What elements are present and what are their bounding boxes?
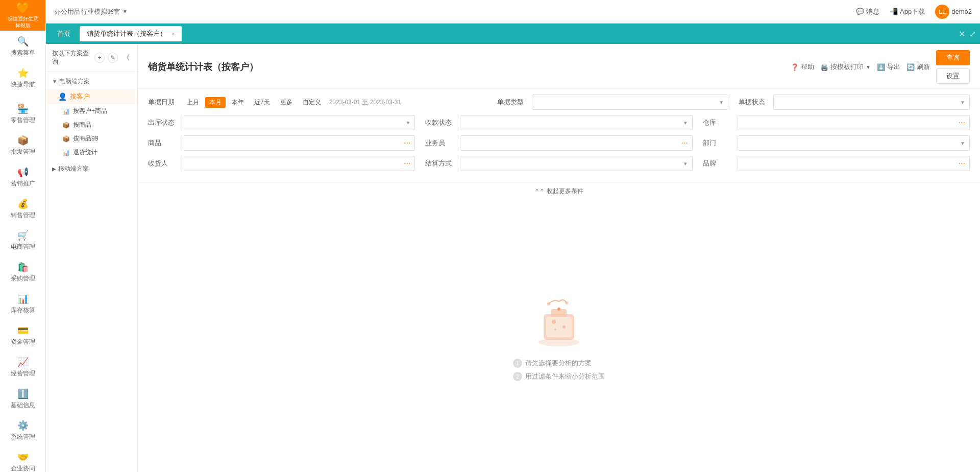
ship-status-select[interactable]: ▼ [183, 115, 415, 130]
sidebar-item-basic[interactable]: ℹ️ 基础信息 [0, 383, 46, 415]
date-tab-this-year[interactable]: 本年 [228, 97, 248, 108]
settlement-select[interactable]: ▼ [460, 156, 692, 171]
sidebar-label-inventory: 库存核算 [11, 306, 35, 314]
sidebar-item-retail[interactable]: 🏪 零售管理 [0, 98, 46, 130]
plan-subitem-customer-product[interactable]: 📊 按客户+商品 [46, 104, 137, 118]
date-tab-7days[interactable]: 近7天 [250, 97, 274, 108]
sidebar-label-wholesale: 批发管理 [11, 148, 35, 155]
order-type-select[interactable]: ▼ [532, 95, 728, 110]
print-button[interactable]: 🖨️ 按模板打印 ▼ [820, 62, 871, 72]
plan-subitem-returns[interactable]: 📊 退货统计 [46, 146, 137, 159]
filter-row-3: 商品 ··· 业务员 ··· [148, 135, 970, 151]
sidebar-label-operation: 经营管理 [11, 370, 35, 377]
sidebar-label-quicknav: 快捷导航 [11, 81, 35, 88]
date-tab-last-month[interactable]: 上月 [183, 97, 203, 108]
purchase-icon: 🛍️ [3, 262, 43, 273]
sidebar-item-sysconfig[interactable]: ⚙️ 系统管理 [0, 415, 46, 446]
tab-sales-stat[interactable]: 销货单统计计表（按客户） × [80, 26, 182, 41]
edit-plan-button[interactable]: ✎ [108, 53, 118, 63]
wholesale-icon: 📦 [3, 135, 43, 146]
brand-input[interactable]: ··· [738, 156, 970, 171]
warehouse-input[interactable]: ··· [738, 115, 970, 130]
app-download-button[interactable]: 📲 App下载 [890, 7, 925, 16]
refresh-button[interactable]: 🔄 刷新 [906, 62, 930, 72]
chevron-down-icon-ot: ▼ [719, 100, 724, 105]
mobile-plan-group[interactable]: ▶ 移动端方案 [46, 161, 137, 176]
sidebar-item-quick-nav[interactable]: ⭐ 快捷导航 [0, 62, 46, 94]
hint-text-2: 用过滤条件来缩小分析范围 [525, 372, 605, 381]
collect-status-label: 收款状态 [425, 118, 456, 127]
tab-home[interactable]: 首页 [50, 26, 78, 41]
top-header: 办公用品行业模拟账套 ▼ 💬 消息 📲 App下载 Ea demo2 [46, 0, 980, 23]
main-area: 办公用品行业模拟账套 ▼ 💬 消息 📲 App下载 Ea demo2 首页 [46, 0, 980, 472]
plan-subitem-product99[interactable]: 📦 按商品99 [46, 132, 137, 146]
tab-close-icon[interactable]: × [172, 31, 175, 37]
receiver-dots-icon: ··· [404, 159, 410, 168]
empty-text-block: 1 请先选择要分析的方案 2 用过滤条件来缩小分析范围 [513, 359, 605, 381]
pc-plan-group[interactable]: ▼ 电脑端方案 [46, 74, 137, 89]
export-button[interactable]: ⬇️ 导出 [877, 62, 900, 72]
filter-order-status: 单据状态 ▼ [739, 95, 970, 110]
plan-subitem-product[interactable]: 📦 按商品 [46, 118, 137, 132]
app-logo[interactable]: 🧡 畅捷通好生意 标报版 [0, 0, 46, 31]
settings-button[interactable]: 设置 [936, 68, 970, 84]
pc-plan-group-label: 电脑端方案 [59, 77, 90, 86]
filter-brand: 品牌 ··· [703, 156, 970, 171]
order-status-select[interactable]: ▼ [773, 95, 970, 110]
date-label: 单据日期 [148, 98, 179, 107]
left-panel-header: 按以下方案查询 + ✎ 《 [46, 44, 137, 72]
marketing-icon: 📢 [3, 167, 43, 178]
message-icon: 💬 [856, 8, 864, 15]
empty-icon [528, 291, 590, 352]
sidebar-label-search: 搜索菜单 [11, 49, 35, 56]
sidebar-item-inventory[interactable]: 📊 库存核算 [0, 288, 46, 320]
sidebar-item-finance[interactable]: 💳 资金管理 [0, 320, 46, 351]
retail-icon: 🏪 [3, 103, 43, 114]
plan-item-by-customer[interactable]: 👤 按客户 [46, 89, 137, 104]
receiver-input[interactable]: ··· [183, 156, 415, 171]
account-name: 办公用品行业模拟账套 [54, 7, 120, 16]
department-select[interactable]: ▼ [738, 135, 970, 151]
messages-button[interactable]: 💬 消息 [856, 7, 879, 16]
pc-plan-section: ▼ 电脑端方案 👤 按客户 📊 按客户+商品 📦 按商品 📦 按商品 [46, 72, 137, 161]
edit-icon: ✎ [110, 54, 115, 61]
account-dropdown[interactable]: 办公用品行业模拟账套 ▼ [54, 7, 128, 16]
svg-point-7 [554, 328, 556, 331]
sidebar-item-search-menu[interactable]: 🔍 搜索菜单 [0, 31, 46, 62]
add-plan-button[interactable]: + [94, 53, 105, 63]
collapse-bar[interactable]: ⌃⌃ 收起更多条件 [138, 182, 980, 200]
help-button[interactable]: ❓ 帮助 [791, 62, 814, 72]
sidebar-item-enterprise[interactable]: 🤝 企业协同 [0, 446, 46, 472]
query-button[interactable]: 查询 [936, 50, 970, 65]
sidebar-label-marketing: 营销推广 [11, 180, 35, 187]
chevron-down-icon-os: ▼ [960, 100, 965, 105]
collapse-panel-button[interactable]: 《 [121, 53, 131, 63]
tab-close-button[interactable]: ✕ [959, 29, 965, 39]
warehouse-label: 仓库 [703, 118, 733, 127]
date-tab-custom[interactable]: 自定义 [299, 97, 325, 108]
sidebar-item-ecom[interactable]: 🛒 电商管理 [0, 225, 46, 256]
sidebar-item-purchase[interactable]: 🛍️ 采购管理 [0, 256, 46, 288]
sidebar-item-wholesale[interactable]: 📦 批发管理 [0, 130, 46, 161]
sidebar-item-operation[interactable]: 📈 经营管理 [0, 351, 46, 383]
collect-status-select[interactable]: ▼ [460, 115, 692, 130]
query-settings-group: 查询 设置 [936, 50, 970, 84]
sidebar-item-marketing[interactable]: 📢 营销推广 [0, 161, 46, 193]
salesperson-input[interactable]: ··· [460, 135, 692, 151]
product-dots-icon: ··· [404, 138, 410, 148]
print-chevron-icon: ▼ [866, 64, 871, 70]
tab-expand-button[interactable]: ⤢ [969, 29, 976, 39]
plan-subitem-label-2: 按商品 [73, 121, 91, 129]
svg-point-9 [565, 301, 568, 304]
sidebar-item-sales[interactable]: 💰 销售管理 [0, 193, 46, 225]
user-menu[interactable]: Ea demo2 [935, 5, 972, 19]
operation-icon: 📈 [3, 357, 43, 368]
product-input[interactable]: ··· [183, 135, 415, 151]
logo-text: 畅捷通好生意 [8, 16, 38, 22]
collapse-icon: 《 [123, 53, 130, 62]
svg-rect-2 [546, 317, 572, 337]
date-tab-this-month[interactable]: 本月 [205, 97, 226, 108]
date-tab-more[interactable]: 更多 [276, 97, 297, 108]
header-right: 💬 消息 📲 App下载 Ea demo2 [856, 5, 972, 19]
salesperson-label: 业务员 [425, 138, 456, 148]
